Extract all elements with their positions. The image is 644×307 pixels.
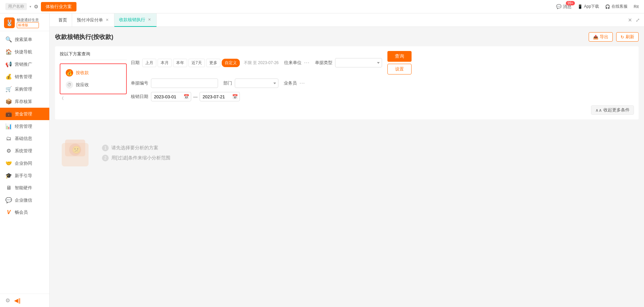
sidebar-item-label: 经营管理 (15, 123, 32, 130)
sidebar-item-operations[interactable]: 📊 经营管理 (0, 120, 49, 133)
filter-group-dept: 部门 (223, 79, 278, 88)
sidebar-collapse-icon[interactable]: ◀‖ (14, 297, 21, 304)
by-collection-icon: 💰 (66, 69, 73, 76)
sidebar-item-collab[interactable]: 🤝 企业协同 (0, 157, 49, 169)
system-icon: ⚙ (5, 148, 12, 154)
empty-hint-2: 2 用[过滤]条件来缩小分析范围 (102, 155, 170, 161)
sidebar-item-marketing[interactable]: 📢 营销推广 (0, 58, 49, 70)
sidebar-item-label: 营销推广 (15, 61, 32, 67)
sidebar-item-finance[interactable]: 💼 资金管理 (0, 108, 49, 120)
message-button[interactable]: 💬 消息 99+ (556, 4, 572, 10)
sales-icon: 💰 (5, 73, 12, 80)
verify-date-range: 📅 — 📅 (151, 92, 240, 101)
sidebar-item-sales[interactable]: 💰 销售管理 (0, 70, 49, 83)
filter-group-docno: 单据编号 (131, 79, 218, 88)
date-btn-more[interactable]: 更多 (206, 59, 220, 67)
docno-input[interactable] (151, 79, 218, 88)
sidebar-item-member[interactable]: V 畅会员 (0, 206, 49, 218)
hint-num-1: 1 (102, 145, 109, 151)
date-btn-this-month[interactable]: 本月 (158, 59, 172, 67)
refresh-button[interactable]: ↻ 刷新 (616, 32, 639, 42)
date-range-dash: — (193, 94, 198, 99)
tab-home[interactable]: 首页 (54, 13, 72, 27)
sidebar-item-basics[interactable]: 🗂 基础信息 (0, 133, 49, 145)
app-label: App下载 (584, 4, 599, 9)
tab-prepay-label: 预付冲应付单 (77, 17, 103, 23)
date-btn-last-month[interactable]: 上月 (142, 59, 156, 67)
solution-button[interactable]: 体验行业方案 (41, 2, 76, 11)
scheme-collapse-icon[interactable]: 《 (60, 96, 127, 101)
filter-row-2: 单据编号 部门 业务员 ··· (131, 79, 634, 88)
query-button[interactable]: 查询 (387, 51, 412, 62)
tab-home-label: 首页 (58, 17, 67, 23)
sidebar-item-label: 快捷导航 (15, 49, 32, 55)
more-conditions-up-icon: ∧∧ (595, 108, 602, 113)
online-service-button[interactable]: 🎧 在线客服 (605, 4, 628, 9)
page-header: 收款核销执行(按收款) 📤 导出 ↻ 刷新 (55, 32, 639, 42)
gear-icon[interactable]: ⚙ (34, 4, 38, 10)
sidebar-item-search[interactable]: 🔍 搜索菜单 (0, 33, 49, 46)
sidebar-item-inventory[interactable]: 📦 库存核算 (0, 95, 49, 108)
sidebar-settings-icon[interactable]: ⚙ (5, 297, 10, 304)
verify-end-calendar-icon[interactable]: 📅 (232, 94, 238, 99)
tab-bar-actions: ✕ ⤢ (628, 17, 640, 23)
sidebar: 🐰 畅捷通好生意 标准版 🔍 搜索菜单 🏠 快捷导航 📢 营销推广 💰 销售管理 (0, 13, 50, 307)
filter-group-date: 日期 上月 本月 本年 近7天 更多 自定义 不限 至 2023-07-26 (131, 59, 279, 67)
member-icon: V (5, 209, 12, 215)
filter-option-by-collection[interactable]: 💰 按收款 (63, 67, 123, 79)
verify-start-calendar-icon[interactable]: 📅 (183, 94, 189, 99)
filter-scheme-panel: 按以下方案查询 💰 按收款 ⏱ 按应收 《 (60, 51, 127, 115)
staff-ellipsis[interactable]: ··· (300, 80, 305, 86)
empty-state-illustration: 😕 (55, 133, 95, 173)
date-btn-this-year[interactable]: 本年 (173, 59, 187, 67)
page-title: 收款核销执行(按收款) (55, 33, 113, 41)
tab-prepay[interactable]: 预付冲应付单 ✕ (72, 13, 114, 27)
sidebar-nav: 🔍 搜索菜单 🏠 快捷导航 📢 营销推广 💰 销售管理 🛒 采购管理 📦 (0, 31, 49, 294)
action-buttons: 查询 设置 (387, 51, 412, 74)
app-download-button[interactable]: 📱 App下载 (578, 4, 599, 9)
tab-close-all-icon[interactable]: ✕ (628, 17, 632, 23)
sidebar-item-label: 畅会员 (15, 209, 28, 215)
export-icon: 📤 (593, 35, 598, 40)
purchase-icon: 🛒 (5, 86, 12, 92)
user-name: Rit (634, 4, 639, 9)
filter-fields: 日期 上月 本月 本年 近7天 更多 自定义 不限 至 2023-07-26 (131, 51, 634, 115)
top-bar: 用户名称 ▾ ⚙ 体验行业方案 💬 消息 99+ 📱 App下载 🎧 在线客服 … (0, 0, 644, 13)
tab-collection-label: 收款核销执行 (119, 17, 145, 23)
dept-select[interactable] (235, 79, 278, 88)
user-avatar[interactable]: Rit (634, 4, 639, 9)
tab-prepay-close-icon[interactable]: ✕ (105, 17, 109, 23)
sidebar-item-label: 搜索菜单 (15, 37, 32, 43)
sidebar-item-guide[interactable]: 🎓 新手引导 (0, 169, 49, 182)
chevron-down-icon[interactable]: ▾ (30, 5, 31, 8)
sidebar-item-system[interactable]: ⚙ 系统管理 (0, 145, 49, 157)
wechat-icon: 💬 (5, 197, 12, 203)
counterparty-ellipsis[interactable]: ··· (304, 60, 310, 66)
tab-collection[interactable]: 收款核销执行 ✕ (114, 13, 157, 27)
filter-group-counterparty: 往来单位 ··· (284, 60, 310, 66)
export-button[interactable]: 📤 导出 (589, 32, 613, 42)
doctype-select[interactable] (335, 58, 382, 67)
counterparty-label: 往来单位 (284, 60, 302, 66)
tab-collection-close-icon[interactable]: ✕ (147, 17, 152, 22)
sidebar-item-wechat[interactable]: 💬 企业微信 (0, 194, 49, 206)
sidebar-logo: 🐰 畅捷通好生意 标准版 (0, 13, 49, 31)
sidebar-item-label: 企业协同 (15, 160, 32, 166)
more-conditions-button[interactable]: ∧∧ 收起更多条件 (591, 105, 634, 115)
filter-option-by-receivable[interactable]: ⏱ 按应收 (63, 79, 123, 91)
empty-hints: 1 请先选择要分析的方案 2 用[过滤]条件来缩小分析范围 (102, 145, 170, 161)
tab-maximize-icon[interactable]: ⤢ (636, 17, 640, 23)
verify-start-wrap: 📅 (151, 92, 191, 101)
sidebar-item-hardware[interactable]: 🖥 智能硬件 (0, 182, 49, 194)
date-btn-7days[interactable]: 近7天 (189, 59, 205, 67)
more-conditions-label: 收起更多条件 (603, 107, 630, 113)
basics-icon: 🗂 (5, 136, 12, 142)
logo-text-area: 畅捷通好生意 标准版 (17, 17, 39, 28)
setting-button[interactable]: 设置 (387, 64, 412, 74)
date-hint: 不限 至 2023-07-26 (244, 60, 279, 66)
sidebar-item-purchase[interactable]: 🛒 采购管理 (0, 83, 49, 95)
search-icon: 🔍 (5, 36, 12, 43)
date-btn-custom[interactable]: 自定义 (222, 59, 240, 67)
logo-text: 畅捷通好生意 (17, 17, 39, 22)
sidebar-item-quicknav[interactable]: 🏠 快捷导航 (0, 46, 49, 58)
